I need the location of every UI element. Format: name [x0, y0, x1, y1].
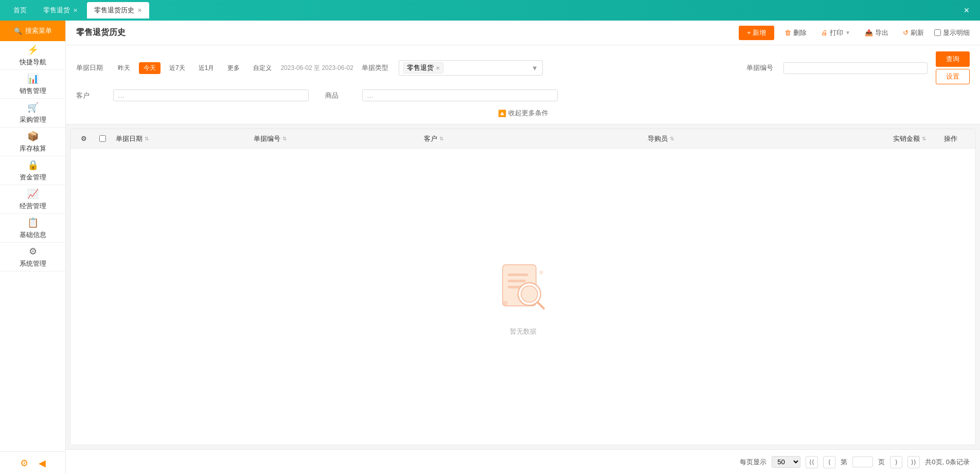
pagination-bar: 每页显示 50 20 100 200 ⟨⟨ ⟨ 第 1 页 ⟩ ⟩⟩ 共0页, …: [66, 449, 980, 474]
prev-page-btn[interactable]: ⟨: [823, 456, 835, 468]
th-customer-label: 客户: [424, 134, 437, 143]
export-button[interactable]: 📤 导出: [861, 26, 893, 40]
tab-retail-return-close[interactable]: ✕: [73, 7, 78, 14]
sidebar-item-sys-mgmt[interactable]: ⚙ 系统管理: [0, 243, 65, 271]
stock-calc-icon: 📦: [27, 131, 39, 142]
th-customer-sort[interactable]: ⇅: [439, 136, 443, 141]
table-area: ⚙ 单据日期 ⇅ 单据编号 ⇅ 客户 ⇅ 导购员: [70, 129, 976, 445]
query-button[interactable]: 查询: [936, 51, 970, 67]
settings-button[interactable]: 设置: [936, 69, 970, 84]
bill-type-arrow: ▼: [531, 64, 538, 72]
sidebar-item-quick-nav-label: 快捷导航: [20, 58, 46, 67]
filter-row-1: 单据日期 昨天 今天 近7天 近1月 更多 自定义 2023-06-02 至 2…: [76, 51, 970, 84]
bill-type-label: 单据类型: [362, 63, 390, 72]
date-filter-label: 单据日期: [76, 63, 105, 72]
delete-button[interactable]: 🗑 删除: [780, 26, 811, 40]
sidebar-item-purchase-mgmt-label: 采购管理: [20, 115, 46, 124]
svg-rect-2: [508, 280, 526, 282]
date-btn-yesterday[interactable]: 昨天: [113, 62, 135, 74]
tab-retail-return[interactable]: 零售退货 ✕: [36, 2, 85, 19]
top-bar: 首页 零售退货 ✕ 零售退货历史 ✕ ✕: [0, 0, 980, 21]
sidebar-item-capital-mgmt-label: 资金管理: [20, 173, 46, 182]
date-btn-custom[interactable]: 自定义: [248, 62, 276, 74]
th-action: 操作: [930, 134, 971, 143]
bill-type-select[interactable]: 零售退货 ✕ ▼: [399, 60, 543, 76]
sidebar: 🔍 搜索菜单 ⚡ 快捷导航 📊 销售管理 🛒 采购管理 📦 库存核算 🔒 资金管…: [0, 21, 66, 474]
goods-label: 商品: [325, 91, 354, 100]
sidebar-item-capital-mgmt[interactable]: 🔒 资金管理: [0, 156, 65, 185]
total-info: 共0页, 0条记录: [925, 458, 970, 467]
sidebar-item-quick-nav[interactable]: ⚡ 快捷导航: [0, 41, 65, 70]
svg-rect-1: [508, 274, 528, 276]
svg-point-5: [521, 286, 538, 302]
empty-illustration: [492, 257, 554, 319]
first-page-btn[interactable]: ⟨⟨: [806, 456, 818, 468]
basic-info-icon: 📋: [27, 217, 39, 228]
th-amount: 实销金额 ⇅: [814, 134, 930, 143]
search-icon: 🔍: [14, 27, 22, 35]
customer-input[interactable]: …: [113, 89, 309, 101]
th-settings[interactable]: ⚙: [75, 135, 93, 142]
date-btn-today[interactable]: 今天: [139, 62, 161, 74]
th-guide-sort[interactable]: ⇅: [670, 136, 674, 141]
sidebar-item-purchase-mgmt[interactable]: 🛒 采购管理: [0, 99, 65, 127]
date-btn-more[interactable]: 更多: [223, 62, 244, 74]
sidebar-item-sales-mgmt[interactable]: 📊 销售管理: [0, 70, 65, 99]
sidebar-item-stock-calc[interactable]: 📦 库存核算: [0, 127, 65, 156]
next-page-btn[interactable]: ⟩: [890, 456, 902, 468]
show-detail-checkbox[interactable]: 显示明细: [934, 28, 970, 38]
tab-retail-return-label: 零售退货: [43, 6, 70, 15]
sidebar-search-label: 搜索菜单: [25, 26, 52, 35]
bill-no-input[interactable]: [783, 62, 928, 74]
capital-mgmt-icon: 🔒: [27, 159, 39, 171]
th-checkbox[interactable]: [93, 135, 112, 142]
bill-no-label: 单据编号: [746, 63, 775, 72]
page-unit: 页: [878, 458, 885, 467]
th-bill-no-sort[interactable]: ⇅: [282, 136, 287, 141]
sidebar-item-basic-info[interactable]: 📋 基础信息: [0, 214, 65, 243]
date-btn-7days[interactable]: 近7天: [165, 62, 190, 74]
page-header: 零售退货历史 + 新增 🗑 删除 🖨 打印 ▼ 📤 导出 ↺: [66, 21, 980, 45]
ops-mgmt-icon: 📈: [27, 188, 39, 199]
print-icon: 🖨: [821, 29, 828, 37]
delete-icon: 🗑: [785, 29, 791, 37]
add-button[interactable]: + 新增: [739, 26, 774, 40]
tab-bar: 首页 零售退货 ✕ 零售退货历史 ✕: [6, 2, 959, 19]
table-body: 暂无数据: [70, 149, 975, 445]
per-page-select[interactable]: 50 20 100 200: [772, 456, 800, 468]
collapse-bar[interactable]: 🔼 收起更多条件: [76, 106, 970, 120]
select-all-checkbox[interactable]: [99, 135, 106, 142]
per-page-label: 每页显示: [740, 458, 767, 467]
th-date-sort[interactable]: ⇅: [145, 136, 149, 141]
tab-retail-return-history[interactable]: 零售退货历史 ✕: [87, 2, 149, 19]
tab-home-label: 首页: [13, 6, 27, 15]
tab-home[interactable]: 首页: [6, 2, 34, 19]
page-input[interactable]: 1: [852, 457, 873, 467]
window-close-icon[interactable]: ✕: [959, 4, 974, 16]
th-guide-label: 导购员: [648, 134, 668, 143]
svg-point-7: [503, 301, 508, 306]
goods-input[interactable]: …: [362, 89, 558, 101]
page-title: 零售退货历史: [76, 27, 739, 38]
svg-point-8: [539, 270, 543, 275]
tab-retail-return-history-close[interactable]: ✕: [137, 7, 142, 14]
sys-mgmt-icon: ⚙: [29, 246, 37, 257]
bill-type-tag: 零售退货 ✕: [403, 62, 443, 74]
refresh-button[interactable]: ↺ 刷新: [899, 26, 928, 40]
sidebar-search[interactable]: 🔍 搜索菜单: [0, 21, 65, 41]
tab-retail-return-history-label: 零售退货历史: [94, 6, 134, 15]
sidebar-item-basic-info-label: 基础信息: [20, 230, 46, 240]
last-page-btn[interactable]: ⟩⟩: [907, 456, 920, 468]
sidebar-item-sales-mgmt-label: 销售管理: [20, 86, 46, 96]
sidebar-settings-icon[interactable]: ⚙: [20, 458, 28, 469]
show-detail-input[interactable]: [934, 29, 941, 36]
bill-type-tag-close[interactable]: ✕: [436, 65, 440, 71]
sidebar-collapse-icon[interactable]: ◀: [39, 458, 46, 469]
date-btn-1month[interactable]: 近1月: [194, 62, 219, 74]
export-icon: 📤: [865, 29, 873, 37]
content-area: 零售退货历史 + 新增 🗑 删除 🖨 打印 ▼ 📤 导出 ↺: [66, 21, 980, 474]
print-button[interactable]: 🖨 打印 ▼: [817, 26, 854, 40]
bill-no-section: 单据编号: [746, 62, 928, 74]
th-amount-sort[interactable]: ⇅: [922, 136, 926, 141]
sidebar-item-ops-mgmt[interactable]: 📈 经营管理: [0, 185, 65, 214]
